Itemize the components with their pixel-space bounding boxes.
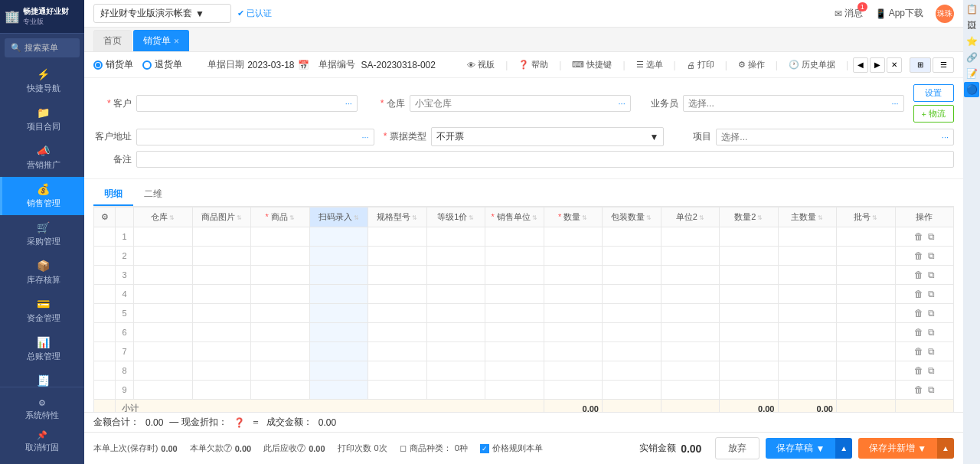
sidebar-item-marketing[interactable]: 📣 营销推广 bbox=[0, 139, 84, 177]
nav-close-btn[interactable]: ✕ bbox=[887, 57, 902, 73]
right-panel-icon-3[interactable]: ⭐ bbox=[964, 34, 979, 49]
row-1-main-qty[interactable] bbox=[778, 227, 837, 247]
row-1-spec[interactable] bbox=[368, 227, 427, 247]
row-2-copy-btn[interactable]: ⧉ bbox=[927, 250, 936, 262]
warehouse-dots-btn[interactable]: ··· bbox=[619, 99, 626, 108]
row-2-sale-unit[interactable] bbox=[485, 247, 544, 266]
row-3-delete-btn[interactable]: 🗑 bbox=[913, 269, 924, 281]
sidebar-item-invoice[interactable]: 🧾 发票管理 bbox=[0, 368, 84, 387]
row-6-delete-btn[interactable]: 🗑 bbox=[913, 326, 924, 338]
project-input[interactable] bbox=[721, 132, 940, 142]
row-2-price1[interactable] bbox=[426, 247, 485, 266]
row-4-delete-btn[interactable]: 🗑 bbox=[913, 288, 924, 300]
bill-date-value[interactable]: 2023-03-18 bbox=[247, 60, 294, 70]
row-2-batch[interactable] bbox=[837, 247, 896, 266]
shortcut-btn[interactable]: ⌨ 快捷键 bbox=[566, 57, 618, 73]
row-2-spec[interactable] bbox=[368, 247, 427, 266]
sort-icon-warehouse[interactable]: ⇅ bbox=[169, 214, 175, 221]
view-btn[interactable]: 👁 视版 bbox=[461, 57, 501, 73]
print-btn[interactable]: 🖨 打印 bbox=[681, 57, 720, 73]
row-1-unit2[interactable] bbox=[661, 227, 720, 247]
sort-icon-main[interactable]: ⇅ bbox=[818, 214, 823, 221]
row-8-delete-btn[interactable]: 🗑 bbox=[913, 364, 924, 377]
sort-icon-batch[interactable]: ⇅ bbox=[354, 214, 359, 221]
sidebar-item-capital[interactable]: 💳 资金管理 bbox=[0, 292, 84, 330]
nav-next-btn[interactable]: ▶ bbox=[870, 57, 885, 73]
row-6-copy-btn[interactable]: ⧉ bbox=[927, 326, 936, 338]
sidebar-footer-item-settings[interactable]: ⚙ 系统特性 bbox=[3, 394, 81, 426]
operate-btn[interactable]: ⚙ 操作 bbox=[732, 57, 771, 73]
col-spec[interactable]: 规格型号⇅ bbox=[368, 207, 427, 227]
right-panel-icon-4[interactable]: 🔗 bbox=[964, 50, 979, 65]
row-1-batch[interactable] bbox=[837, 227, 896, 247]
right-panel-icon-2[interactable]: 🖼 bbox=[964, 18, 979, 33]
row-2-pack-qty[interactable] bbox=[603, 247, 662, 266]
tab-sale-order[interactable]: 销货单 × bbox=[133, 30, 189, 51]
sort-icon-unit2[interactable]: ⇅ bbox=[699, 214, 704, 221]
row-1-qty2[interactable] bbox=[720, 227, 779, 247]
row-2-delete-btn[interactable]: 🗑 bbox=[913, 250, 924, 262]
view-table-btn[interactable]: ⊞ bbox=[910, 57, 931, 73]
address-dots-btn[interactable]: ··· bbox=[362, 132, 369, 142]
row-7-delete-btn[interactable]: 🗑 bbox=[913, 345, 924, 358]
price-rule-item[interactable]: 价格规则本单 bbox=[480, 443, 543, 454]
sort-icon-spec[interactable]: ⇅ bbox=[412, 214, 417, 221]
right-panel-icon-6[interactable]: 🔵 bbox=[964, 82, 979, 97]
sidebar-item-accounts[interactable]: 📊 总账管理 bbox=[0, 330, 84, 368]
col-image[interactable]: 商品图片⇅ bbox=[192, 207, 251, 227]
sort-icon-goods[interactable]: ⇅ bbox=[289, 214, 295, 221]
view-list-btn[interactable]: ☰ bbox=[933, 57, 954, 73]
sort-icon-pack[interactable]: ⇅ bbox=[646, 214, 652, 221]
sidebar-footer-item-pin[interactable]: 📌 取消钉固 bbox=[3, 426, 81, 458]
col-sale-unit[interactable]: * 销售单位⇅ bbox=[485, 207, 544, 227]
row-1-sale-unit[interactable] bbox=[485, 227, 544, 247]
user-avatar-btn[interactable]: 珠珠 bbox=[936, 5, 954, 23]
radio-sale-order[interactable]: 销货单 bbox=[93, 58, 133, 71]
tab-home[interactable]: 首页 bbox=[93, 30, 132, 51]
abandon-button[interactable]: 放弃 bbox=[715, 437, 760, 459]
warehouse-input[interactable] bbox=[415, 98, 617, 109]
row-1-warehouse[interactable] bbox=[134, 227, 193, 247]
row-8-copy-btn[interactable]: ⧉ bbox=[927, 364, 936, 377]
row-5-delete-btn[interactable]: 🗑 bbox=[913, 307, 924, 319]
col-price1[interactable]: 等级1价⇅ bbox=[426, 207, 485, 227]
row-2-main-qty[interactable] bbox=[778, 247, 837, 266]
address-input[interactable] bbox=[142, 132, 361, 142]
row-2-batch-import[interactable] bbox=[309, 247, 368, 266]
remark-input[interactable] bbox=[136, 151, 954, 168]
col-warehouse[interactable]: 仓库⇅ bbox=[134, 207, 193, 227]
save-new-arrow-btn[interactable]: ▲ bbox=[937, 438, 954, 459]
company-selector[interactable]: 好业财专业版演示帐套 ▼ bbox=[93, 4, 231, 23]
sidebar-item-quick-nav[interactable]: ⚡ 快捷导航 bbox=[0, 62, 84, 100]
row-2-goods[interactable] bbox=[251, 247, 310, 266]
select-btn[interactable]: ☰ 选单 bbox=[630, 57, 669, 73]
tab-detail[interactable]: 明细 bbox=[93, 184, 133, 206]
customer-input-wrapper[interactable]: ··· bbox=[136, 95, 358, 112]
row-1-goods[interactable] bbox=[251, 227, 310, 247]
row-1-copy-btn[interactable]: ⧉ bbox=[927, 230, 936, 243]
staff-input-wrapper[interactable]: ··· bbox=[683, 95, 904, 112]
row-2-unit2[interactable] bbox=[661, 247, 720, 266]
tab-2d[interactable]: 二维 bbox=[133, 184, 173, 206]
sidebar-item-purchase[interactable]: 🛒 采购管理 bbox=[0, 215, 84, 253]
calendar-icon[interactable]: 📅 bbox=[298, 60, 309, 70]
col-qty2[interactable]: 数量2⇅ bbox=[720, 207, 779, 227]
row-4-copy-btn[interactable]: ⧉ bbox=[927, 288, 936, 300]
history-btn[interactable]: 🕐 历史单据 bbox=[782, 57, 841, 73]
row-9-delete-btn[interactable]: 🗑 bbox=[913, 384, 924, 396]
row-9-copy-btn[interactable]: ⧉ bbox=[927, 384, 936, 396]
row-2-qty[interactable] bbox=[544, 247, 603, 266]
set-button[interactable]: 设置 bbox=[913, 84, 954, 102]
col-unit2[interactable]: 单位2⇅ bbox=[661, 207, 720, 227]
warehouse-input-wrapper[interactable]: ··· bbox=[410, 95, 631, 112]
sort-icon-unit[interactable]: ⇅ bbox=[532, 214, 537, 221]
sort-icon-image[interactable]: ⇅ bbox=[237, 214, 242, 221]
row-5-copy-btn[interactable]: ⧉ bbox=[927, 307, 936, 319]
sidebar-item-inventory[interactable]: 📦 库存核算 bbox=[0, 253, 84, 292]
row-1-delete-btn[interactable]: 🗑 bbox=[913, 230, 924, 243]
staff-input[interactable] bbox=[688, 98, 890, 109]
col-goods[interactable]: * 商品⇅ bbox=[251, 207, 310, 227]
invoice-select[interactable]: 不开票 ▼ bbox=[431, 127, 665, 146]
right-panel-icon-5[interactable]: 📝 bbox=[964, 66, 979, 81]
customer-input[interactable] bbox=[142, 98, 344, 109]
